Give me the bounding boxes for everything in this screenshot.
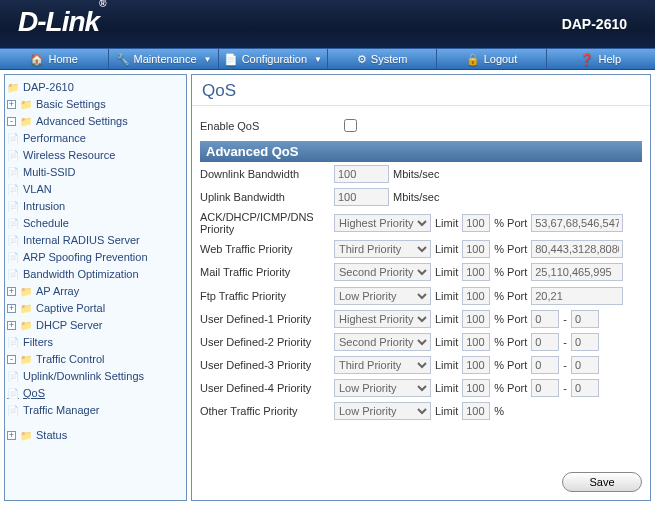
limit-label: Limit [435,290,458,302]
u4-portb-input[interactable] [571,379,599,397]
limit-label: Limit [435,217,458,229]
tree-traffic-control[interactable]: -Traffic Control [7,351,184,368]
tree-ap-array[interactable]: +AP Array [7,283,184,300]
ack-priority-select[interactable]: Highest Priority [334,214,431,232]
ftp-priority-select[interactable]: Low Priority [334,287,431,305]
limit-label: Limit [435,359,458,371]
expand-icon[interactable]: + [7,287,16,296]
gear-icon: ⚙ [357,53,367,66]
ack-port-input[interactable] [531,214,623,232]
uplink-input[interactable] [334,188,389,206]
tree-dhcp-server[interactable]: +DHCP Server [7,317,184,334]
u2-porta-input[interactable] [531,333,559,351]
u2-priority-select[interactable]: Second Priority [334,333,431,351]
brand-logo: D-Link® [18,6,105,38]
header-banner: D-Link® DAP-2610 [0,0,655,48]
other-label: Other Traffic Priority [200,405,330,417]
downlink-input[interactable] [334,165,389,183]
u2-portb-input[interactable] [571,333,599,351]
web-port-input[interactable] [531,240,623,258]
tree-root[interactable]: DAP-2610 [7,79,184,96]
doc-icon: 📄 [224,53,238,66]
menu-home[interactable]: 🏠Home [0,49,109,69]
sidebar: DAP-2610 +Basic Settings -Advanced Setti… [4,74,187,501]
tree-vlan[interactable]: VLAN [7,181,184,198]
limit-label: Limit [435,336,458,348]
u4-priority-select[interactable]: Low Priority [334,379,431,397]
pct-port-label: % Port [494,313,527,325]
expand-icon[interactable]: + [7,304,16,313]
mail-priority-select[interactable]: Second Priority [334,263,431,281]
pct-port-label: % Port [494,290,527,302]
web-label: Web Traffic Priority [200,243,330,255]
pct-port-label: % Port [494,243,527,255]
tree-basic-settings[interactable]: +Basic Settings [7,96,184,113]
ack-limit-input[interactable] [462,214,490,232]
tree-wireless-resource[interactable]: Wireless Resource [7,147,184,164]
mail-limit-input[interactable] [462,263,490,281]
limit-label: Limit [435,243,458,255]
tree-performance[interactable]: Performance [7,130,184,147]
tree-status[interactable]: +Status [7,427,184,444]
collapse-icon[interactable]: - [7,355,16,364]
menu-logout[interactable]: 🔒Logout [437,49,546,69]
u4-limit-input[interactable] [462,379,490,397]
pct-port-label: % Port [494,382,527,394]
unit-label: Mbits/sec [393,191,439,203]
u1-porta-input[interactable] [531,310,559,328]
tree-captive-portal[interactable]: +Captive Portal [7,300,184,317]
pct-label: % [494,405,504,417]
u1-priority-select[interactable]: Highest Priority [334,310,431,328]
tree-schedule[interactable]: Schedule [7,215,184,232]
tree-multi-ssid[interactable]: Multi-SSID [7,164,184,181]
tree-updown-settings[interactable]: Uplink/Downlink Settings [7,368,184,385]
u3-portb-input[interactable] [571,356,599,374]
ftp-port-input[interactable] [531,287,623,305]
top-menu: 🏠Home 🔧Maintenance▼ 📄Configuration▼ ⚙Sys… [0,48,655,70]
mail-label: Mail Traffic Priority [200,266,330,278]
tree-intrusion[interactable]: Intrusion [7,198,184,215]
other-limit-input[interactable] [462,402,490,420]
menu-maintenance[interactable]: 🔧Maintenance▼ [109,49,218,69]
dash-label: - [563,313,567,325]
u2-label: User Defined-2 Priority [200,336,330,348]
expand-icon[interactable]: + [7,100,16,109]
save-button[interactable]: Save [562,472,642,492]
menu-help[interactable]: ❓Help [547,49,655,69]
web-limit-input[interactable] [462,240,490,258]
ack-label: ACK/DHCP/ICMP/DNS Priority [200,211,330,235]
limit-label: Limit [435,382,458,394]
tree-radius[interactable]: Internal RADIUS Server [7,232,184,249]
section-header: Advanced QoS [200,141,642,162]
u1-portb-input[interactable] [571,310,599,328]
pct-port-label: % Port [494,336,527,348]
u1-limit-input[interactable] [462,310,490,328]
u3-limit-input[interactable] [462,356,490,374]
tree-qos[interactable]: QoS [7,385,184,402]
tree-traffic-manager[interactable]: Traffic Manager [7,402,184,419]
ftp-limit-input[interactable] [462,287,490,305]
tree-filters[interactable]: Filters [7,334,184,351]
u3-priority-select[interactable]: Third Priority [334,356,431,374]
u4-porta-input[interactable] [531,379,559,397]
other-priority-select[interactable]: Low Priority [334,402,431,420]
limit-label: Limit [435,266,458,278]
dash-label: - [563,359,567,371]
web-priority-select[interactable]: Third Priority [334,240,431,258]
menu-system[interactable]: ⚙System [328,49,437,69]
mail-port-input[interactable] [531,263,623,281]
menu-configuration[interactable]: 📄Configuration▼ [219,49,328,69]
collapse-icon[interactable]: - [7,117,16,126]
uplink-label: Uplink Bandwidth [200,191,330,203]
expand-icon[interactable]: + [7,321,16,330]
tree-bandwidth-opt[interactable]: Bandwidth Optimization [7,266,184,283]
pct-port-label: % Port [494,359,527,371]
tree-arp[interactable]: ARP Spoofing Prevention [7,249,184,266]
enable-qos-checkbox[interactable] [344,119,357,132]
u3-porta-input[interactable] [531,356,559,374]
u1-label: User Defined-1 Priority [200,313,330,325]
chevron-down-icon: ▼ [204,55,212,64]
tree-advanced-settings[interactable]: -Advanced Settings [7,113,184,130]
expand-icon[interactable]: + [7,431,16,440]
u2-limit-input[interactable] [462,333,490,351]
